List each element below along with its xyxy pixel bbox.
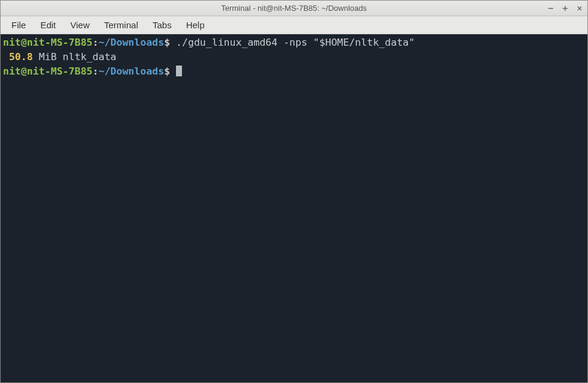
window-controls (547, 4, 584, 13)
prompt-colon: : (92, 37, 99, 48)
menu-tabs[interactable]: Tabs (147, 17, 178, 32)
window-title: Terminal - nit@nit-MS-7B85: ~/Downloads (221, 4, 367, 13)
terminal-area[interactable]: nit@nit-MS-7B85:~/Downloads$ ./gdu_linux… (1, 34, 587, 382)
maximize-button[interactable] (561, 4, 569, 13)
prompt-colon: : (92, 66, 99, 77)
menu-edit[interactable]: Edit (34, 17, 62, 32)
command-text-2 (170, 66, 176, 77)
menu-help[interactable]: Help (180, 17, 211, 32)
output-prefix (3, 51, 9, 63)
menu-terminal[interactable]: Terminal (98, 17, 144, 32)
cursor-icon (176, 66, 182, 76)
command-text: ./gdu_linux_amd64 -nps "$HOME/nltk_data" (170, 37, 414, 48)
menu-file[interactable]: File (5, 17, 32, 32)
prompt-userhost: nit@nit-MS-7B85 (3, 37, 92, 48)
prompt-dollar: $ (164, 66, 170, 77)
prompt-userhost: nit@nit-MS-7B85 (3, 66, 92, 77)
prompt-path: ~/Downloads (99, 66, 164, 77)
prompt-dollar: $ (164, 37, 170, 48)
terminal-window: Terminal - nit@nit-MS-7B85: ~/Downloads … (0, 0, 588, 383)
menu-view[interactable]: View (64, 17, 95, 32)
menubar: File Edit View Terminal Tabs Help (1, 16, 587, 34)
prompt-path: ~/Downloads (99, 37, 164, 48)
titlebar[interactable]: Terminal - nit@nit-MS-7B85: ~/Downloads (1, 1, 587, 16)
output-rest: MiB nltk_data (33, 51, 117, 63)
minimize-button[interactable] (547, 4, 555, 13)
output-size: 50.8 (9, 51, 33, 63)
close-button[interactable] (575, 4, 584, 13)
